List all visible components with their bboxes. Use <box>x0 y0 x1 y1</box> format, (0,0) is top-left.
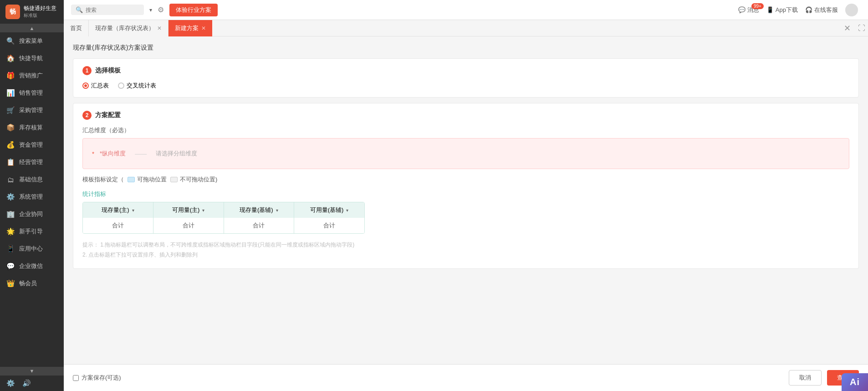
chevron-down-icon-2: ▾ <box>276 208 278 213</box>
indicator-table-header: 现存量(主) ▾ 可用量(主) ▾ 现存量(基辅) ▾ 可用量(基辅) <box>83 202 364 218</box>
tips-section: 提示： 1.拖动标题栏可以调整布局，不可跨维度或指标区域拖动栏目字段(只能在同一… <box>82 241 849 259</box>
content-area: 现存量(库存状况表)方案设置 1 选择模板 汇总表 交叉统计表 2 <box>64 36 868 364</box>
step2-label: 2 方案配置 <box>82 111 121 120</box>
chevron-down-icon-3: ▾ <box>346 208 348 213</box>
settings-bottom-icon[interactable]: ⚙️ <box>6 379 15 387</box>
sidebar-item-enterprise[interactable]: 🏢 企业协同 <box>0 206 64 223</box>
avatar <box>845 4 858 16</box>
sidebar-item-label: 快捷导航 <box>19 54 43 62</box>
topbar: 🔍 ▾ ⚙ 体验行业方案 💬 消息 99+ 📱 App下载 🎧 在线客服 <box>64 0 868 20</box>
ai-badge[interactable]: Ai <box>842 373 868 391</box>
topbar-dropdown[interactable]: ▾ <box>149 7 152 13</box>
dimension-arrow: —— <box>135 150 147 157</box>
online-service-btn[interactable]: 🎧 在线客服 <box>805 6 838 14</box>
step2-num: 2 <box>82 111 92 120</box>
save-checkbox[interactable] <box>73 375 79 381</box>
crown-icon: 👑 <box>6 279 15 288</box>
sidebar-item-purchase[interactable]: 🛒 采购管理 <box>0 102 64 119</box>
indicator-col-2[interactable]: 现存量(基辅) ▾ <box>224 202 295 218</box>
tabbar-expand-btn[interactable]: ⛶ <box>855 24 868 32</box>
sidebar-item-quicknav[interactable]: 🏠 快捷导航 <box>0 50 64 67</box>
page-title: 现存量(库存状况表)方案设置 <box>73 44 859 52</box>
message-btn[interactable]: 💬 消息 99+ <box>738 6 759 14</box>
indicator-body-3: 合计 <box>294 218 364 233</box>
indicator-body-1: 合计 <box>153 218 224 233</box>
indicator-col-0-label: 现存量(主) <box>102 206 129 214</box>
sidebar-item-sales[interactable]: 📊 销售管理 <box>0 84 64 102</box>
tab-new-close[interactable]: ✕ <box>201 25 206 31</box>
search-box: 🔍 <box>71 5 144 15</box>
sidebar-item-marketing[interactable]: 🎁 营销推广 <box>0 67 64 84</box>
tab-new-label: 新建方案 <box>175 24 199 32</box>
indicator-col-3-label: 可用量(基辅) <box>310 206 344 214</box>
sound-bottom-icon[interactable]: 🔊 <box>22 379 31 387</box>
sidebar-item-inventory[interactable]: 📦 库存核算 <box>0 119 64 136</box>
save-checkbox-label[interactable]: 方案保存(可选) <box>73 374 121 382</box>
dimension-required-area[interactable]: * *纵向维度 —— 请选择分组维度 <box>82 138 849 169</box>
sidebar-item-label: 资金管理 <box>19 141 43 149</box>
dimension-asterisk: * <box>92 150 94 157</box>
gear-icon[interactable]: ⚙ <box>158 5 164 14</box>
sidebar-item-newbie[interactable]: 🌟 新手引导 <box>0 223 64 240</box>
headset-icon: 🎧 <box>805 6 812 13</box>
legend-fixed: 不可拖动位置) <box>170 175 217 184</box>
sidebar-item-system[interactable]: ⚙️ 系统管理 <box>0 188 64 206</box>
sidebar-item-label: 经营管理 <box>19 158 43 166</box>
radio-summary[interactable]: 汇总表 <box>82 82 109 90</box>
indicator-settings-row: 模板指标设定（ 可拖动位置 不可拖动位置) <box>82 175 849 184</box>
legend-fixed-box <box>170 177 178 182</box>
sidebar-item-basic[interactable]: 🗂 基础信息 <box>0 171 64 188</box>
clipboard-icon: 📋 <box>6 158 15 166</box>
sidebar-item-operations[interactable]: 📋 经营管理 <box>0 154 64 171</box>
phone-icon: 📱 <box>6 245 15 253</box>
indicator-col-3[interactable]: 可用量(基辅) ▾ <box>294 202 364 218</box>
sidebar-scroll-down[interactable]: ▼ <box>0 367 64 375</box>
tab-home-label: 首页 <box>70 24 82 32</box>
radio-cross-label: 交叉统计表 <box>127 82 156 90</box>
gift-icon: 🎁 <box>6 72 15 80</box>
message-icon: 💬 <box>738 6 745 13</box>
app-download-btn[interactable]: 📱 App下载 <box>766 6 798 14</box>
step1-card: 1 选择模板 汇总表 交叉统计表 <box>73 58 859 98</box>
sidebar-item-label: 销售管理 <box>19 89 43 97</box>
indicator-col-0[interactable]: 现存量(主) ▾ <box>83 202 153 218</box>
search-input[interactable] <box>86 7 136 13</box>
logo-badge: 标准版 <box>24 12 56 19</box>
indicator-col-2-label: 现存量(基辅) <box>240 206 273 214</box>
save-checkbox-text: 方案保存(可选) <box>82 374 121 382</box>
logo-text: 畅捷通好生意 <box>24 5 56 12</box>
tab-inventory[interactable]: 现存量（库存状况表） ✕ <box>89 20 168 36</box>
folder-icon: 🗂 <box>6 175 15 184</box>
logo-icon: 畅 <box>5 5 20 19</box>
sidebar-scroll-up[interactable]: ▲ <box>0 24 64 32</box>
sidebar-item-label: 企业协同 <box>19 210 43 218</box>
radio-cross[interactable]: 交叉统计表 <box>118 82 156 90</box>
tab-inventory-close[interactable]: ✕ <box>157 25 162 31</box>
chart-icon: 📊 <box>6 89 15 97</box>
sidebar-item-wechat[interactable]: 💬 企业微信 <box>0 257 64 275</box>
indicator-body-2: 合计 <box>224 218 295 233</box>
indicator-body-0: 合计 <box>83 218 153 233</box>
star-icon: 🌟 <box>6 227 15 236</box>
message-badge: 99+ <box>751 3 764 9</box>
tab-new[interactable]: 新建方案 ✕ <box>168 20 212 36</box>
sidebar-item-label: 基础信息 <box>19 175 43 184</box>
tab-home[interactable]: 首页 <box>64 20 89 36</box>
indicator-title: 统计指标 <box>82 190 849 198</box>
sidebar-item-search[interactable]: 🔍 搜索菜单 <box>0 32 64 50</box>
chevron-down-icon-0: ▾ <box>132 208 134 213</box>
sidebar-item-label: 系统管理 <box>19 193 43 201</box>
sidebar-item-appcenter[interactable]: 📱 应用中心 <box>0 240 64 257</box>
indicator-settings-label: 模板指标设定（ <box>82 175 124 184</box>
sidebar-item-vip[interactable]: 👑 畅会员 <box>0 275 64 292</box>
sidebar-item-finance[interactable]: 💰 资金管理 <box>0 136 64 154</box>
tabbar-close-btn[interactable]: ✕ <box>839 23 855 33</box>
cancel-button[interactable]: 取消 <box>789 370 822 386</box>
industry-btn[interactable]: 体验行业方案 <box>169 4 218 16</box>
indicator-col-1[interactable]: 可用量(主) ▾ <box>153 202 224 218</box>
sidebar-logo: 畅 畅捷通好生意 标准版 <box>0 0 64 24</box>
sidebar-item-label: 搜索菜单 <box>19 37 43 45</box>
legend-movable: 可拖动位置 <box>128 175 167 184</box>
dimension-placeholder: 请选择分组维度 <box>156 149 197 158</box>
step1-text: 选择模板 <box>95 67 121 75</box>
